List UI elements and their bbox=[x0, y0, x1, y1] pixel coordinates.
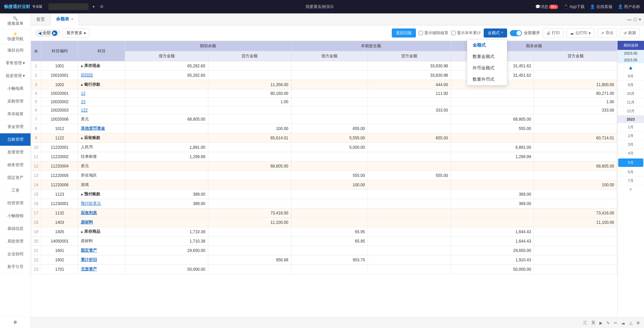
sidebar-item-payroll[interactable]: 工资 bbox=[0, 184, 31, 197]
period-jun[interactable]: 6月 bbox=[618, 168, 644, 177]
status-icon-7[interactable]: △ bbox=[629, 321, 632, 325]
collapse-icon[interactable]: ▴ bbox=[81, 229, 84, 234]
account-name-link[interactable]: 23 bbox=[81, 100, 85, 104]
dropdown-item-amount[interactable]: 金额式 bbox=[467, 40, 507, 51]
sidebar-item-assets[interactable]: 固定资产 bbox=[0, 172, 31, 184]
sidebar-item-system[interactable]: 系统管理 bbox=[0, 235, 31, 248]
sidebar-item-guide[interactable]: 新手引导 bbox=[0, 261, 31, 273]
settings-top-btn[interactable]: ⚙ bbox=[100, 4, 104, 9]
sidebar-item-project[interactable]: 项目合同 bbox=[0, 44, 31, 57]
window-close-btn[interactable]: × bbox=[639, 17, 641, 22]
th-settings[interactable]: ⚙ bbox=[31, 41, 41, 61]
period-apr[interactable]: 4月 bbox=[618, 149, 644, 158]
period-dec[interactable]: 12月 bbox=[618, 107, 644, 116]
account-name-link[interactable]: 预付款美元 bbox=[81, 201, 101, 206]
status-icon-6[interactable]: ☁ bbox=[621, 321, 625, 325]
collapse-icon[interactable]: ▴ bbox=[81, 63, 84, 68]
account-name[interactable]: 回回回 bbox=[78, 71, 125, 80]
opening-credit: 956.68 bbox=[208, 255, 291, 265]
online-service-btn[interactable]: 👤 在线客服 bbox=[590, 4, 612, 10]
account-name[interactable]: 原材料 bbox=[78, 218, 125, 227]
status-icon-4[interactable]: ✎ bbox=[606, 321, 610, 325]
sidebar-item-operations[interactable]: 经营管理 bbox=[0, 197, 31, 210]
period-nov[interactable]: 11月 bbox=[618, 98, 644, 107]
type-dropdown-btn[interactable]: 金额式 ^ bbox=[484, 28, 507, 38]
tab-balance-sheet[interactable]: 余额表 × bbox=[51, 13, 79, 25]
period-jan[interactable]: 1月 bbox=[618, 123, 644, 132]
period-oct[interactable]: 10月 bbox=[618, 89, 644, 98]
period-may[interactable]: 5月 bbox=[618, 158, 643, 167]
sidebar-search[interactable]: 🔍搜索菜单 bbox=[0, 13, 31, 29]
expand-all-toggle[interactable]: 全部展开 bbox=[510, 30, 540, 36]
account-name[interactable]: 12 bbox=[78, 89, 125, 98]
account-name-link[interactable]: 回回回 bbox=[81, 73, 93, 77]
status-icon-1[interactable]: 汇 bbox=[583, 320, 587, 326]
sidebar-item-inventory[interactable]: 库存核算 bbox=[0, 108, 31, 121]
show-aux-checkbox[interactable]: 显示辅助核算 bbox=[419, 30, 448, 36]
all-filter-tag[interactable]: ◀ 全部 ▶ bbox=[35, 29, 61, 37]
account-name[interactable]: 122 bbox=[78, 106, 125, 115]
account-name: 差元 bbox=[78, 161, 125, 171]
sidebar-item-wholesale[interactable]: 批发管理 ▾ bbox=[0, 70, 31, 82]
account-name[interactable]: 预付款美元 bbox=[78, 199, 125, 208]
tab-close-icon[interactable]: × bbox=[71, 17, 73, 21]
message-btn[interactable]: 💬 消息 99+ bbox=[535, 4, 558, 10]
dropdown-item-foreign-amount[interactable]: 外币金额式 bbox=[467, 62, 507, 74]
app-download-btn[interactable]: 📱 App下载 bbox=[564, 4, 585, 10]
export-btn[interactable]: ↗ 导出 bbox=[597, 28, 617, 38]
account-name[interactable]: 其他货币资金 bbox=[78, 124, 125, 133]
account-name[interactable]: 无形资产 bbox=[78, 265, 125, 274]
sidebar-item-purchase[interactable]: 采购管理 bbox=[0, 95, 31, 108]
period-panel-header[interactable]: 期间选择 bbox=[618, 41, 644, 50]
tab-home[interactable]: 首页 bbox=[31, 13, 51, 25]
period-mar[interactable]: 3月 bbox=[618, 140, 644, 149]
collapse-icon[interactable]: ▴ bbox=[81, 135, 84, 140]
refresh-btn[interactable]: ↺ 刷新 bbox=[620, 28, 640, 38]
user-avatar[interactable]: 👤 用户名称 bbox=[618, 4, 640, 10]
status-icon-2[interactable]: 英 bbox=[591, 320, 595, 326]
status-icon-3[interactable]: ▶ bbox=[599, 321, 602, 325]
account-name[interactable]: 应收利息 bbox=[78, 208, 125, 218]
toggle-switch-control[interactable] bbox=[510, 30, 522, 36]
cloud-print-btn[interactable]: ☁ 云打印 ▾ bbox=[566, 28, 594, 38]
demo-link[interactable]: 我要看实例演示 bbox=[306, 4, 334, 10]
dropdown-item-qty-foreign[interactable]: 数量外币式 bbox=[467, 74, 507, 85]
window-minimize-btn[interactable]: — bbox=[627, 17, 632, 22]
period-sep[interactable]: 9月 bbox=[618, 81, 644, 89]
status-icon-5[interactable]: ✂ bbox=[614, 321, 617, 325]
account-name[interactable]: 23 bbox=[78, 98, 125, 106]
sidebar-item-expense[interactable]: 小畅报销 bbox=[0, 210, 31, 222]
sidebar-item-collab[interactable]: 企业协同 bbox=[0, 248, 31, 261]
window-maximize-btn[interactable]: □ bbox=[634, 17, 636, 22]
sidebar-item-ledger[interactable]: 总账管理 bbox=[0, 133, 31, 146]
table-container[interactable]: ⚙ 科目编码 科目 期初余额 本期发生额 期末余额 借方金额 贷方金额 借方金额… bbox=[31, 41, 617, 317]
print-btn[interactable]: 🖨 打印 bbox=[543, 28, 564, 38]
account-name[interactable]: 累计折旧 bbox=[78, 255, 125, 265]
period-prev-btn[interactable]: ▲ bbox=[618, 63, 644, 72]
account-name[interactable]: 固定资产 bbox=[78, 246, 125, 255]
expand-more-btn[interactable]: 展开更多 ▾ bbox=[63, 28, 90, 38]
period-feb[interactable]: 2月 bbox=[618, 132, 644, 140]
sidebar-item-tax[interactable]: 税务管理 bbox=[0, 159, 31, 172]
th-cl-credit: 贷方金额 bbox=[534, 51, 617, 61]
account-name-link[interactable]: 122 bbox=[81, 108, 88, 113]
forward-icon[interactable]: ▶ bbox=[52, 30, 57, 36]
sidebar-item-ecommerce[interactable]: 小畅电商 bbox=[0, 82, 31, 95]
collapse-icon[interactable]: ▴ bbox=[81, 82, 84, 87]
status-icon-8[interactable]: ⚙ bbox=[636, 321, 640, 325]
sidebar-item-basic[interactable]: 基础信息 bbox=[0, 222, 31, 235]
window-control-btn[interactable]: ▾ bbox=[93, 4, 95, 9]
dropdown-item-qty-amount[interactable]: 数量金额式 bbox=[467, 51, 507, 62]
collapse-icon[interactable]: ▴ bbox=[81, 192, 84, 196]
show-ytd-checkbox[interactable]: 显示本年累计 bbox=[451, 30, 481, 36]
back-to-old-btn[interactable]: 退回旧版 bbox=[392, 28, 416, 38]
account-name-link[interactable]: 12 bbox=[81, 91, 85, 96]
period-jul[interactable]: 7月 bbox=[618, 177, 644, 185]
sidebar-settings-btn[interactable]: ⚙ bbox=[0, 316, 31, 328]
sidebar-item-invoice[interactable]: 发票管理 bbox=[0, 146, 31, 159]
sidebar-quick-nav[interactable]: ⚡快捷导航 bbox=[0, 29, 31, 44]
sidebar-item-retail[interactable]: 零售管理 ▾ bbox=[0, 57, 31, 70]
period-next-btn[interactable]: ▼ bbox=[618, 185, 644, 194]
sidebar-item-finance[interactable]: 资金管理 bbox=[0, 121, 31, 133]
period-aug[interactable]: 8月 bbox=[618, 72, 644, 81]
